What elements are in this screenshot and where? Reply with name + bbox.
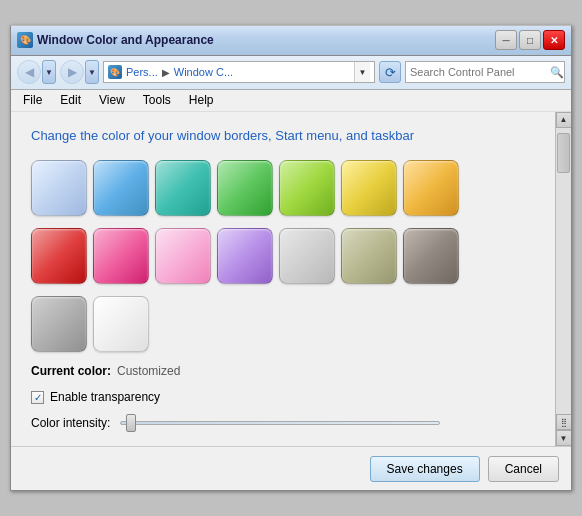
menu-view[interactable]: View (91, 91, 133, 109)
back-button[interactable]: ◀ (17, 60, 41, 84)
scroll-mid-button[interactable]: ⣿ (556, 414, 572, 430)
intensity-slider[interactable] (120, 421, 440, 425)
menu-tools[interactable]: Tools (135, 91, 179, 109)
color-swatch-yellow[interactable] (341, 160, 397, 216)
color-swatch-sky[interactable] (31, 160, 87, 216)
scroll-track[interactable] (556, 128, 571, 415)
main-window: 🎨 Window Color and Appearance ─ □ ✕ ◀ ▼ … (10, 25, 572, 492)
forward-button[interactable]: ▶ (60, 60, 84, 84)
color-swatch-gray-dark[interactable] (403, 228, 459, 284)
breadcrumb-window[interactable]: Window C... (174, 66, 233, 78)
color-row-1 (31, 160, 535, 216)
color-row-3 (31, 296, 535, 352)
breadcrumb-pers[interactable]: Pers... (126, 66, 158, 78)
refresh-button[interactable]: ⟳ (379, 61, 401, 83)
search-box: 🔍 (405, 61, 565, 83)
color-swatch-lime[interactable] (279, 160, 335, 216)
address-dropdown[interactable]: ▼ (354, 62, 370, 82)
scroll-up-button[interactable]: ▲ (556, 112, 572, 128)
window-title: Window Color and Appearance (37, 33, 214, 47)
title-bar: 🎨 Window Color and Appearance ─ □ ✕ (11, 26, 571, 56)
title-controls: ─ □ ✕ (495, 30, 565, 50)
search-icon[interactable]: 🔍 (550, 66, 564, 79)
color-swatch-gray-medium[interactable] (31, 296, 87, 352)
breadcrumb-sep: ▶ (162, 67, 170, 78)
color-swatch-white[interactable] (93, 296, 149, 352)
current-color-value: Customized (117, 364, 180, 378)
save-changes-button[interactable]: Save changes (370, 456, 480, 482)
search-input[interactable] (410, 66, 548, 78)
color-swatch-pink-light[interactable] (155, 228, 211, 284)
color-swatch-pink-hot[interactable] (93, 228, 149, 284)
address-icon: 🎨 (108, 65, 122, 79)
menu-help[interactable]: Help (181, 91, 222, 109)
transparency-checkbox[interactable]: ✓ (31, 391, 44, 404)
slider-thumb[interactable] (126, 414, 136, 432)
back-dropdown[interactable]: ▼ (42, 60, 56, 84)
content-area: Change the color of your window borders,… (11, 112, 571, 447)
color-swatch-gray-olive[interactable] (341, 228, 397, 284)
window-icon: 🎨 (17, 32, 33, 48)
color-swatch-teal-light[interactable] (93, 160, 149, 216)
current-color-row: Current color: Customized (31, 364, 535, 378)
main-content: Change the color of your window borders,… (11, 112, 555, 447)
scroll-down-button[interactable]: ▼ (556, 430, 572, 446)
menu-bar: File Edit View Tools Help (11, 90, 571, 112)
cancel-button[interactable]: Cancel (488, 456, 559, 482)
menu-edit[interactable]: Edit (52, 91, 89, 109)
scroll-thumb[interactable] (557, 133, 570, 173)
address-bar: ◀ ▼ ▶ ▼ 🎨 Pers... ▶ Window C... ▼ ⟳ 🔍 (11, 56, 571, 90)
intensity-label: Color intensity: (31, 416, 110, 430)
color-swatch-teal[interactable] (155, 160, 211, 216)
intensity-row: Color intensity: (31, 416, 535, 430)
maximize-button[interactable]: □ (519, 30, 541, 50)
address-field[interactable]: 🎨 Pers... ▶ Window C... ▼ (103, 61, 375, 83)
color-row-2 (31, 228, 535, 284)
title-bar-left: 🎨 Window Color and Appearance (17, 32, 214, 48)
color-swatch-lavender[interactable] (217, 228, 273, 284)
close-button[interactable]: ✕ (543, 30, 565, 50)
color-swatch-red[interactable] (31, 228, 87, 284)
color-swatch-green[interactable] (217, 160, 273, 216)
minimize-button[interactable]: ─ (495, 30, 517, 50)
page-title: Change the color of your window borders,… (31, 128, 535, 145)
forward-dropdown[interactable]: ▼ (85, 60, 99, 84)
current-color-label: Current color: (31, 364, 111, 378)
footer-bar: Save changes Cancel (11, 446, 571, 490)
scrollbar: ▲ ⣿ ▼ (555, 112, 571, 447)
transparency-label: Enable transparency (50, 390, 160, 404)
menu-file[interactable]: File (15, 91, 50, 109)
transparency-row: ✓ Enable transparency (31, 390, 535, 404)
color-swatch-orange[interactable] (403, 160, 459, 216)
color-swatch-gray-light[interactable] (279, 228, 335, 284)
